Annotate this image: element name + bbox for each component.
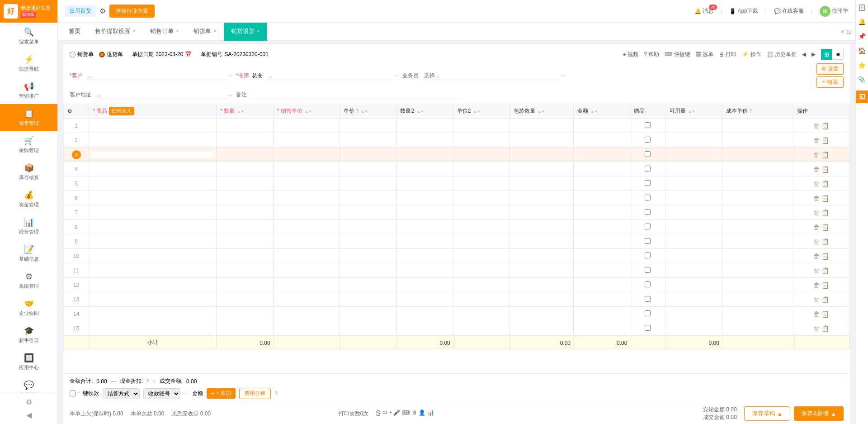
price-cell[interactable] [340, 205, 396, 220]
amount-cell[interactable] [574, 220, 630, 234]
price-cell[interactable] [340, 191, 396, 205]
unit-cell[interactable] [273, 249, 340, 263]
tab-close-icon[interactable]: × [176, 29, 179, 33]
delete-row-button[interactable]: 🗑 [813, 137, 820, 144]
cost-price-cell[interactable] [722, 205, 793, 220]
unit-cell[interactable] [273, 162, 340, 176]
cost-price-cell[interactable] [722, 292, 793, 307]
logistics-button[interactable]: + 物流 [816, 76, 844, 88]
qty2-cell[interactable] [396, 307, 453, 321]
sidebar-item-sales[interactable]: 📋 销售管理 [0, 104, 57, 131]
sidebar-item-operation[interactable]: 📊 经营管理 [0, 213, 57, 240]
unit-cell[interactable] [273, 191, 340, 205]
unit2-sort[interactable]: ▲▼ [473, 110, 481, 114]
pack-qty-cell[interactable] [510, 133, 574, 148]
setting-button[interactable]: ⚙ 设置 [816, 63, 844, 75]
prev-action[interactable]: ◀ [802, 51, 806, 57]
qty-sort[interactable]: ▲▼ [237, 110, 245, 114]
cost-price-cell[interactable] [722, 133, 793, 148]
unit2-cell[interactable] [453, 234, 509, 249]
price-cell[interactable] [340, 307, 396, 321]
amount-sort[interactable]: ▲▼ [590, 110, 598, 114]
tab-sales-order[interactable]: 销售订单 × [143, 23, 186, 41]
amount-cell[interactable] [574, 292, 630, 307]
gift-cell[interactable] [630, 119, 665, 133]
delete-row-button[interactable]: 🗑 [813, 325, 820, 332]
goods-cell[interactable] [89, 148, 217, 162]
copy-row-button[interactable]: 📋 [821, 122, 829, 129]
shortcut-action[interactable]: ⌨ 快捷键 [665, 51, 690, 58]
cost-price-cell[interactable] [722, 220, 793, 234]
unit-cell[interactable] [273, 148, 340, 162]
copy-row-button[interactable]: 📋 [821, 310, 829, 318]
sidebar-item-system[interactable]: ⚙ 系统管理 [0, 267, 57, 294]
qty2-sort[interactable]: ▲▼ [416, 110, 424, 114]
help-action[interactable]: ? 帮助 [644, 51, 659, 58]
sidebar-item-enterprise[interactable]: 🤝 企业协同 [0, 294, 57, 321]
goods-cell[interactable] [89, 234, 217, 249]
sidebar-item-search[interactable]: 🔍 搜索菜单 [0, 23, 57, 50]
gift-cell[interactable] [630, 249, 665, 263]
pack-qty-cell[interactable] [510, 263, 574, 278]
pack-qty-cell[interactable] [510, 278, 574, 292]
gift-cell[interactable] [630, 292, 665, 307]
gift-checkbox[interactable] [645, 252, 651, 258]
gift-cell[interactable] [630, 133, 665, 148]
copy-row-button[interactable]: 📋 [821, 296, 829, 303]
goods-cell[interactable] [89, 205, 217, 220]
amount-cell[interactable] [574, 278, 630, 292]
unit-cell[interactable] [273, 234, 340, 249]
available-cell[interactable] [665, 263, 722, 278]
gift-checkbox[interactable] [645, 224, 651, 229]
list-view-button[interactable]: ≡ [833, 49, 844, 60]
price-cell[interactable] [340, 292, 396, 307]
sidebar-item-quicknav[interactable]: ⚡ 快捷导航 [0, 50, 57, 77]
goods-cell[interactable] [89, 278, 217, 292]
print-action[interactable]: 🖨 打印 [719, 51, 736, 58]
qty-cell[interactable] [217, 133, 273, 148]
sidebar-item-finance[interactable]: 💰 资金管理 [0, 186, 57, 213]
goods-cell[interactable] [89, 119, 217, 133]
qty2-cell[interactable] [396, 133, 453, 148]
gift-cell[interactable] [630, 307, 665, 321]
price-cell[interactable] [340, 321, 396, 336]
amount-cell[interactable] [574, 191, 630, 205]
amount-cell[interactable] [574, 321, 630, 336]
available-cell[interactable] [665, 176, 722, 191]
unit2-cell[interactable] [453, 148, 509, 162]
unit-cell[interactable] [273, 119, 340, 133]
goods-cell[interactable] [89, 292, 217, 307]
unit-cell[interactable] [273, 176, 340, 191]
copy-row-button[interactable]: 📋 [821, 281, 829, 289]
copy-row-button[interactable]: 📋 [821, 325, 829, 332]
cost-price-cell[interactable] [722, 191, 793, 205]
qty-cell[interactable] [217, 278, 273, 292]
sidebar-item-basic[interactable]: 📝 基础信息 [0, 240, 57, 267]
cost-price-cell[interactable] [722, 234, 793, 249]
qty2-cell[interactable] [396, 234, 453, 249]
gift-cell[interactable] [630, 220, 665, 234]
delete-row-button[interactable]: 🗑 [813, 180, 820, 187]
goods-cell[interactable] [89, 191, 217, 205]
available-cell[interactable] [665, 249, 722, 263]
tab-sales-return[interactable]: 销货退货 × [224, 23, 267, 41]
price-sort[interactable]: ▲▼ [361, 110, 368, 114]
amount-cell[interactable] [574, 234, 630, 249]
gift-checkbox[interactable] [645, 180, 651, 186]
online-service-button[interactable]: 💬 在线客服 [774, 7, 804, 15]
right-panel-item-3[interactable]: 📌 [858, 33, 866, 40]
copy-row-button[interactable]: 📋 [821, 180, 829, 187]
qty-cell[interactable] [217, 119, 273, 133]
sidebar-item-inventory[interactable]: 📦 库存核算 [0, 158, 57, 186]
topbar-settings-icon[interactable]: ⚙ [99, 7, 106, 15]
address-input[interactable] [94, 91, 225, 99]
close-tab-button[interactable]: × [841, 28, 844, 35]
goods-cell[interactable] [89, 263, 217, 278]
unit-cell[interactable] [273, 220, 340, 234]
sidebar-bottom-collapse[interactable]: ◀ [26, 411, 32, 419]
qty-cell[interactable] [217, 263, 273, 278]
qty2-cell[interactable] [396, 321, 453, 336]
unit-cell[interactable] [273, 278, 340, 292]
amount-cell[interactable] [574, 133, 630, 148]
goods-cell[interactable] [89, 133, 217, 148]
